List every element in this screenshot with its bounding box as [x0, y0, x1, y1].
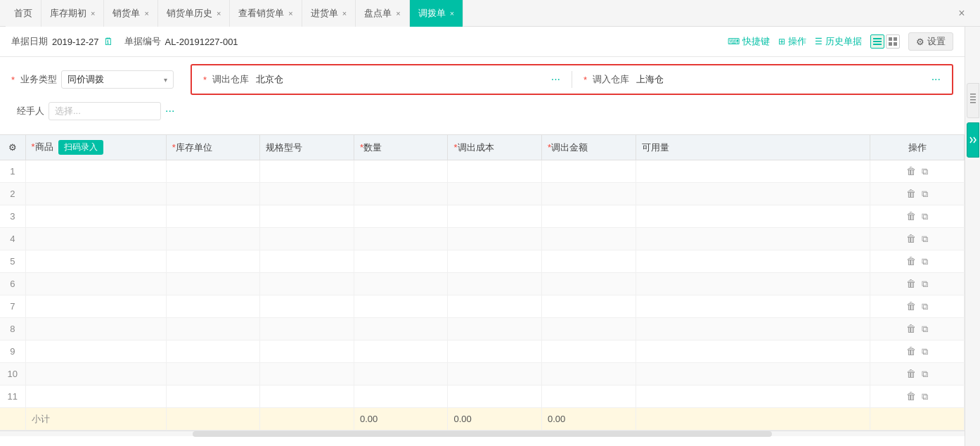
row-available-6[interactable]: [636, 273, 870, 295]
tab-transfer[interactable]: 调拨单 ×: [410, 0, 463, 27]
tab-stocktake[interactable]: 盘点单 ×: [356, 0, 409, 27]
close-inventory-init[interactable]: ×: [91, 9, 95, 18]
horizontal-scrollbar[interactable]: [193, 431, 771, 437]
row-cost-1[interactable]: [448, 160, 542, 183]
copy-icon-2[interactable]: ⧉: [922, 189, 928, 199]
gear-icon[interactable]: ⚙: [8, 142, 17, 153]
delete-icon-9[interactable]: 🗑: [906, 345, 916, 357]
business-type-select[interactable]: 同价调拨 ▾: [61, 70, 174, 89]
copy-icon-3[interactable]: ⧉: [922, 211, 928, 222]
row-quantity-8[interactable]: [354, 318, 448, 340]
row-product-1[interactable]: [25, 160, 166, 183]
row-cost-10[interactable]: [448, 363, 542, 386]
row-quantity-4[interactable]: [354, 228, 448, 250]
row-cost-4[interactable]: [448, 228, 542, 250]
row-spec-8[interactable]: [260, 318, 354, 340]
close-sales-history[interactable]: ×: [217, 9, 221, 18]
row-available-8[interactable]: [636, 318, 870, 340]
row-spec-2[interactable]: [260, 183, 354, 205]
delete-icon-8[interactable]: 🗑: [906, 323, 916, 334]
delete-icon-7[interactable]: 🗑: [906, 300, 916, 312]
sidebar-list-btn[interactable]: [967, 83, 979, 118]
row-spec-7[interactable]: [260, 295, 354, 318]
row-amount-1[interactable]: [542, 160, 636, 183]
history-action[interactable]: ☰ 历史单据: [815, 35, 862, 48]
copy-icon-6[interactable]: ⧉: [922, 279, 928, 289]
delete-icon-6[interactable]: 🗑: [906, 278, 916, 289]
row-amount-11[interactable]: [542, 386, 636, 408]
copy-icon-7[interactable]: ⧉: [922, 301, 928, 312]
delete-icon-1[interactable]: 🗑: [906, 165, 916, 177]
row-cost-3[interactable]: [448, 205, 542, 228]
delete-icon-5[interactable]: 🗑: [906, 255, 916, 267]
copy-icon-1[interactable]: ⧉: [922, 166, 928, 177]
row-product-7[interactable]: [25, 295, 166, 318]
row-available-7[interactable]: [636, 295, 870, 318]
row-unit-3[interactable]: [166, 205, 260, 228]
row-amount-3[interactable]: [542, 205, 636, 228]
close-purchase-order[interactable]: ×: [342, 9, 347, 18]
tab-purchase-order[interactable]: 进货单 ×: [302, 0, 356, 27]
delete-icon-10[interactable]: 🗑: [906, 368, 916, 379]
close-transfer[interactable]: ×: [450, 9, 454, 18]
row-spec-4[interactable]: [260, 228, 354, 250]
row-unit-2[interactable]: [166, 183, 260, 205]
copy-icon-5[interactable]: ⧉: [922, 256, 928, 267]
row-unit-7[interactable]: [166, 295, 260, 318]
window-close-button[interactable]: ×: [952, 4, 972, 23]
row-unit-9[interactable]: [166, 340, 260, 363]
tab-sales-history[interactable]: 销货单历史 ×: [158, 0, 230, 27]
row-amount-5[interactable]: [542, 250, 636, 273]
row-cost-7[interactable]: [448, 295, 542, 318]
row-product-8[interactable]: [25, 318, 166, 340]
row-amount-7[interactable]: [542, 295, 636, 318]
row-amount-2[interactable]: [542, 183, 636, 205]
row-available-1[interactable]: [636, 160, 870, 183]
row-amount-6[interactable]: [542, 273, 636, 295]
row-unit-11[interactable]: [166, 386, 260, 408]
close-sales-order[interactable]: ×: [144, 9, 148, 18]
delete-icon-4[interactable]: 🗑: [906, 233, 916, 244]
row-product-10[interactable]: [25, 363, 166, 386]
row-unit-6[interactable]: [166, 273, 260, 295]
row-quantity-3[interactable]: [354, 205, 448, 228]
copy-icon-11[interactable]: ⧉: [922, 391, 928, 402]
horizontal-scrollbar-area[interactable]: [0, 431, 965, 436]
row-amount-10[interactable]: [542, 363, 636, 386]
row-quantity-11[interactable]: [354, 386, 448, 408]
row-spec-10[interactable]: [260, 363, 354, 386]
settings-button[interactable]: ⚙ 设置: [908, 32, 953, 51]
copy-icon-4[interactable]: ⧉: [922, 234, 928, 244]
row-cost-2[interactable]: [448, 183, 542, 205]
scan-btn[interactable]: 扫码录入: [58, 140, 103, 155]
row-product-4[interactable]: [25, 228, 166, 250]
row-unit-1[interactable]: [166, 160, 260, 183]
row-quantity-1[interactable]: [354, 160, 448, 183]
row-product-11[interactable]: [25, 386, 166, 408]
row-product-9[interactable]: [25, 340, 166, 363]
row-spec-5[interactable]: [260, 250, 354, 273]
row-spec-9[interactable]: [260, 340, 354, 363]
layout-grid-btn[interactable]: [886, 34, 900, 49]
row-product-2[interactable]: [25, 183, 166, 205]
row-quantity-6[interactable]: [354, 273, 448, 295]
row-quantity-2[interactable]: [354, 183, 448, 205]
row-available-2[interactable]: [636, 183, 870, 205]
calendar-icon[interactable]: 🗓: [103, 36, 113, 47]
row-cost-11[interactable]: [448, 386, 542, 408]
row-cost-5[interactable]: [448, 250, 542, 273]
delete-icon-2[interactable]: 🗑: [906, 188, 916, 199]
row-spec-11[interactable]: [260, 386, 354, 408]
tab-inventory-init[interactable]: 库存期初 ×: [41, 0, 104, 27]
row-quantity-5[interactable]: [354, 250, 448, 273]
sidebar-expand-btn[interactable]: [967, 122, 979, 158]
tab-sales-order[interactable]: 销货单 ×: [104, 0, 157, 27]
row-amount-9[interactable]: [542, 340, 636, 363]
layout-list-btn[interactable]: [870, 34, 884, 49]
handler-select[interactable]: 选择...: [49, 102, 161, 120]
row-spec-3[interactable]: [260, 205, 354, 228]
row-available-9[interactable]: [636, 340, 870, 363]
shortcut-action[interactable]: ⌨ 快捷键: [728, 35, 770, 48]
operation-action[interactable]: ⊞ 操作: [778, 35, 806, 48]
row-amount-4[interactable]: [542, 228, 636, 250]
